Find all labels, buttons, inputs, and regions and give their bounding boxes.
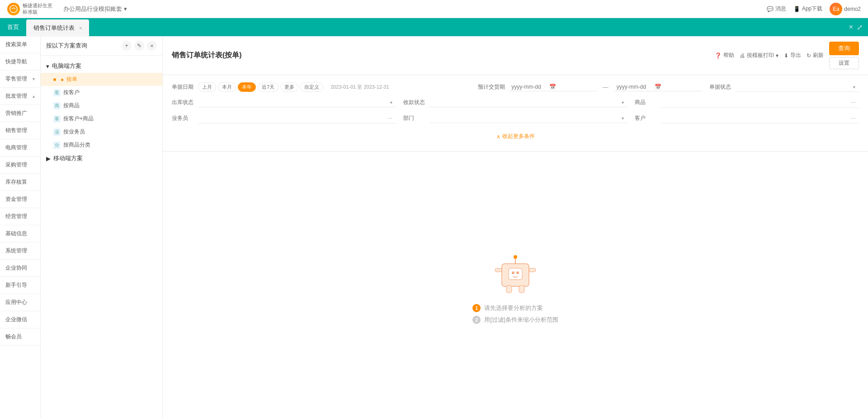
department-label: 部门 [403,114,426,122]
date-buttons: 上月 本月 本年 近7天 更多 自定义 [198,82,323,92]
customer-goods-icon: 客 [53,115,61,123]
add-scheme-button[interactable]: + [122,41,132,51]
user-menu[interactable]: Ea demo2 [830,3,861,15]
tree-item-by-customer-goods[interactable]: 客 按客户+商品 [41,112,162,125]
date-end-input[interactable] [617,84,653,90]
goods-more-icon[interactable]: ··· [851,99,855,105]
print-button[interactable]: 🖨 按模板打印 ▾ [740,52,778,59]
tree-item-by-customer[interactable]: 客 按客户 [41,86,162,99]
message-button[interactable]: 💬 消息 [767,5,786,13]
sidebar-item-newguide[interactable]: 新手引导 [0,277,40,294]
sidebar-item-enterprise[interactable]: 企业协同 [0,260,40,277]
field-receipt-status: 收款状态 ▾ [403,98,627,107]
field-customer: 客户 ··· [635,113,859,124]
receipt-status-label: 收款状态 [403,99,426,106]
logo-text: 畅捷通好生意 标准版 [23,3,52,14]
svg-rect-8 [529,268,536,272]
sidebar-item-wechat[interactable]: 企业微信 [0,311,40,328]
svg-rect-10 [519,285,524,293]
empty-tips: 1 请先选择要分析的方案 2 用[过滤]条件来缩小分析范围 [472,304,558,324]
sidebar-item-wholesale[interactable]: 批发管理 ▴ [0,88,40,105]
svg-point-0 [10,5,17,13]
breadcrumb[interactable]: 办公用品行业模拟账套 ▾ [63,5,127,13]
sidebar-item-quicknav[interactable]: 快捷导航 [0,53,40,71]
single-status-dropdown[interactable]: ▾ [736,83,859,92]
salesperson-input[interactable]: ··· [198,113,396,124]
sidebar-item-purchase[interactable]: 采购管理 [0,157,40,174]
setting-button[interactable]: 设置 [829,57,859,69]
tab-active[interactable]: 销售订单统计表 × [26,19,89,37]
sidebar-item-finance[interactable]: 资金管理 [0,191,40,208]
sidebar-item-basic[interactable]: 基础信息 [0,225,40,242]
sidebar-item-sales[interactable]: 销售管理 [0,122,40,139]
salesperson-icon: 业 [53,128,61,136]
department-arrow-icon: ▾ [622,116,624,121]
customer-input[interactable]: ··· [661,113,859,124]
svg-point-3 [512,271,514,274]
collapse-icon: ∧ [496,133,500,140]
tree-item-by-order[interactable]: ● 按单 [41,73,162,86]
field-out-status: 出库状态 ▾ [172,98,396,107]
date-btn-7days[interactable]: 近7天 [258,82,278,92]
tip-item-2: 2 用[过滤]条件来缩小分析范围 [472,316,558,324]
date-start-input[interactable] [511,84,547,90]
date-btn-more[interactable]: 更多 [280,82,298,92]
tab-close-icon[interactable]: × [79,25,82,31]
help-button[interactable]: ❓ 帮助 [715,52,734,59]
download-icon: 📱 [793,6,800,12]
sidebar-item-member[interactable]: 畅会员 [0,328,40,346]
salesperson-more-icon[interactable]: ··· [388,115,392,121]
edit-scheme-button[interactable]: ✎ [134,41,144,51]
tree-parent-mobile[interactable]: ▶ 移动端方案 [41,152,162,165]
tree-parent-pc[interactable]: ▾ 电脑端方案 [41,59,162,73]
goods-input[interactable]: ··· [661,97,859,108]
chevron-down-icon: ▾ [33,76,35,81]
date-btn-last-month[interactable]: 上月 [198,82,216,92]
page-actions: ❓ 帮助 🖨 按模板打印 ▾ ⬇ 导出 ↻ 刷新 [715,42,859,69]
date-btn-custom[interactable]: 自定义 [300,82,323,92]
sidebar-item-management[interactable]: 经营管理 [0,208,40,225]
out-status-dropdown[interactable]: ▾ [198,98,396,107]
query-button[interactable]: 查询 [829,42,859,55]
calendar-end-icon: 📅 [655,84,661,90]
tree-item-by-category[interactable]: 分 按商品分类 [41,138,162,152]
date-picker-start[interactable]: 📅 [509,83,597,91]
date-picker-end[interactable]: 📅 [614,83,703,91]
sidebar-item-system[interactable]: 系统管理 [0,242,40,260]
date-btn-this-month[interactable]: 本月 [218,82,236,92]
app-download-button[interactable]: 📱 App下载 [793,5,822,13]
content-panel: 按以下方案查询 + ✎ « ▾ 电脑端方案 [41,36,868,418]
main-area: 搜索菜单 快捷导航 零售管理 ▾ 批发管理 ▴ 营销推广 销售管理 电商管理 采… [0,36,868,418]
refresh-button[interactable]: ↻ 刷新 [807,52,824,59]
tip-item-1: 1 请先选择要分析的方案 [472,304,558,312]
filter-tree: ▾ 电脑端方案 ● 按单 客 按客户 商 按商品 客 [41,56,162,169]
tree-item-by-goods[interactable]: 商 按商品 [41,99,162,112]
collapse-button[interactable]: ∧ 收起更多条件 [172,129,859,144]
sidebar-item-ecommerce[interactable]: 电商管理 [0,139,40,157]
filter-panel-actions: + ✎ « [122,41,157,51]
sidebar-item-inventory[interactable]: 库存核算 [0,174,40,191]
date-separator: — [603,84,609,90]
department-dropdown[interactable]: ▾ [429,114,627,123]
out-status-label: 出库状态 [172,99,194,106]
collapse-panel-button[interactable]: « [147,41,157,51]
window-close-icon[interactable]: × [849,23,853,31]
sidebar-item-appcenter[interactable]: 应用中心 [0,294,40,311]
date-btn-this-year[interactable]: 本年 [238,82,256,92]
tab-home[interactable]: 首页 [0,18,26,36]
filter-form: 单据日期 上月 本月 本年 近7天 更多 自定义 2023-01-01 至 20… [163,75,868,152]
customer-icon: 客 [53,89,61,96]
logo-icon [7,3,20,15]
customer-more-icon[interactable]: ··· [851,115,855,121]
customer-label: 客户 [635,114,657,122]
tab-bar-right: × ⤢ [849,23,868,32]
sidebar-item-search[interactable]: 搜索菜单 [0,36,40,53]
tip-number-1: 1 [472,304,481,312]
sidebar-item-retail[interactable]: 零售管理 ▾ [0,71,40,88]
export-button[interactable]: ⬇ 导出 [784,52,801,59]
window-maximize-icon[interactable]: ⤢ [857,23,863,32]
receipt-status-dropdown[interactable]: ▾ [429,98,627,107]
sidebar-item-marketing[interactable]: 营销推广 [0,105,40,122]
tree-item-by-salesperson[interactable]: 业 按业务员 [41,125,162,138]
filter-row-1: 单据日期 上月 本月 本年 近7天 更多 自定义 2023-01-01 至 20… [172,82,859,92]
